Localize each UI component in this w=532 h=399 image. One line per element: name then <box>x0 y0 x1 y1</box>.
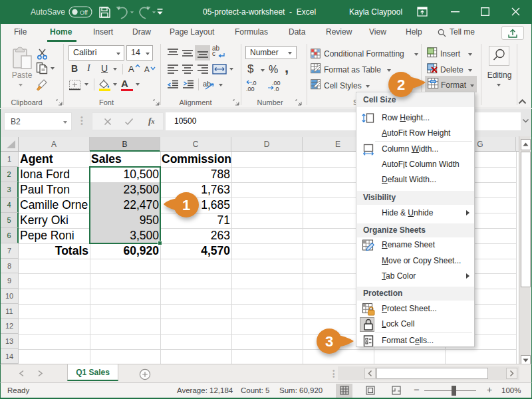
svg-text:.00: .00 <box>246 86 255 92</box>
svg-text:Off: Off <box>80 9 88 16</box>
svg-text:1: 1 <box>182 197 190 213</box>
svg-text:3: 3 <box>325 333 333 350</box>
svg-text:2: 2 <box>397 76 405 93</box>
svg-text:.0: .0 <box>274 86 279 92</box>
